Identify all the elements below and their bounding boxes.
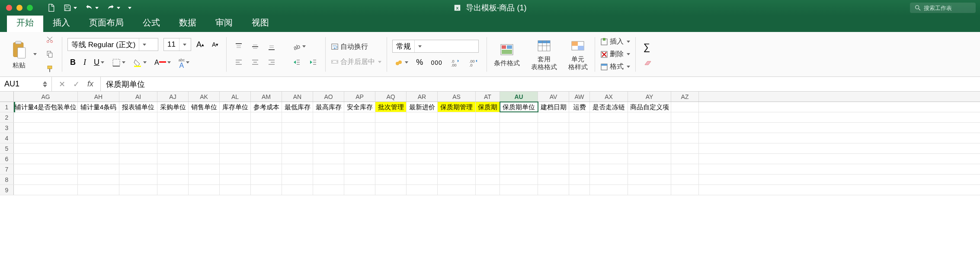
- cell-AX6[interactable]: [590, 154, 628, 164]
- qat-customize[interactable]: [128, 7, 131, 9]
- copy-button[interactable]: [43, 48, 57, 60]
- row-header-7[interactable]: 7: [0, 164, 14, 174]
- percent-button[interactable]: %: [413, 56, 426, 69]
- cell-AT8[interactable]: [476, 175, 500, 184]
- cell-AQ8[interactable]: [375, 175, 407, 184]
- cell-AZ3[interactable]: [671, 123, 699, 133]
- tab-公式[interactable]: 公式: [133, 13, 170, 32]
- cell-AI4[interactable]: [119, 133, 157, 143]
- cell-AZ4[interactable]: [671, 133, 699, 143]
- fx-icon[interactable]: fx: [87, 79, 93, 89]
- cell-AI1[interactable]: 报表辅单位: [119, 102, 157, 112]
- cell-AP9[interactable]: [344, 185, 375, 195]
- cell-AG2[interactable]: [14, 112, 78, 122]
- cell-AZ8[interactable]: [671, 175, 699, 184]
- cell-AK4[interactable]: [189, 133, 220, 143]
- col-header-AT[interactable]: AT: [476, 92, 500, 102]
- col-header-AO[interactable]: AO: [313, 92, 344, 102]
- cell-AK2[interactable]: [189, 112, 220, 122]
- cell-AM6[interactable]: [251, 154, 282, 164]
- cell-AM1[interactable]: 参考成本: [251, 102, 282, 112]
- col-header-AP[interactable]: AP: [344, 92, 375, 102]
- cell-AV9[interactable]: [538, 185, 569, 195]
- cell-AW8[interactable]: [569, 175, 590, 184]
- cell-AM8[interactable]: [251, 175, 282, 184]
- col-header-AS[interactable]: AS: [438, 92, 476, 102]
- qat-undo[interactable]: [85, 3, 99, 12]
- cell-AI9[interactable]: [119, 185, 157, 195]
- col-header-AG[interactable]: AG: [14, 92, 78, 102]
- cell-AH5[interactable]: [78, 143, 119, 153]
- cell-AT7[interactable]: [476, 164, 500, 174]
- font-color-button[interactable]: A: [152, 57, 173, 68]
- cell-AT5[interactable]: [476, 143, 500, 153]
- paste-dropdown-icon[interactable]: [33, 53, 37, 55]
- cell-AW4[interactable]: [569, 133, 590, 143]
- cell-AO7[interactable]: [313, 164, 344, 174]
- cell-AI3[interactable]: [119, 123, 157, 133]
- cell-AR7[interactable]: [407, 164, 438, 174]
- cell-AQ4[interactable]: [375, 133, 407, 143]
- row-header-4[interactable]: 4: [0, 133, 14, 143]
- cell-AH7[interactable]: [78, 164, 119, 174]
- col-header-AK[interactable]: AK: [189, 92, 220, 102]
- cell-AL5[interactable]: [220, 143, 251, 153]
- search-sheet[interactable]: [910, 3, 976, 13]
- cell-AM4[interactable]: [251, 133, 282, 143]
- cell-AO4[interactable]: [313, 133, 344, 143]
- cell-AQ6[interactable]: [375, 154, 407, 164]
- cell-AS5[interactable]: [438, 143, 476, 153]
- col-header-AY[interactable]: AY: [628, 92, 671, 102]
- cell-AH9[interactable]: [78, 185, 119, 195]
- cell-AS3[interactable]: [438, 123, 476, 133]
- row-header-1[interactable]: 1: [0, 102, 14, 112]
- row-header-9[interactable]: 9: [0, 185, 14, 195]
- cell-AY9[interactable]: [628, 185, 671, 195]
- cell-AG7[interactable]: [14, 164, 78, 174]
- cell-AN6[interactable]: [282, 154, 313, 164]
- cell-AG1[interactable]: 辅计量4是否包装单位: [14, 102, 78, 112]
- increase-decimal-button[interactable]: .0.00: [448, 57, 463, 69]
- cell-AG6[interactable]: [14, 154, 78, 164]
- col-header-AU[interactable]: AU: [500, 92, 538, 102]
- tab-页面布局[interactable]: 页面布局: [80, 13, 133, 32]
- col-header-AV[interactable]: AV: [538, 92, 569, 102]
- decrease-font-button[interactable]: A▾: [209, 39, 221, 50]
- align-center-button[interactable]: [248, 56, 262, 68]
- cell-AH6[interactable]: [78, 154, 119, 164]
- cell-AX4[interactable]: [590, 133, 628, 143]
- cell-AX8[interactable]: [590, 175, 628, 184]
- cell-AU3[interactable]: [500, 123, 538, 133]
- cell-AO6[interactable]: [313, 154, 344, 164]
- cell-AW1[interactable]: 运费: [569, 102, 590, 112]
- cell-AQ2[interactable]: [375, 112, 407, 122]
- align-top-button[interactable]: [232, 41, 246, 53]
- cell-AQ3[interactable]: [375, 123, 407, 133]
- italic-button[interactable]: I: [81, 56, 89, 69]
- cell-AU1[interactable]: 保质期单位: [500, 102, 538, 112]
- cell-AK7[interactable]: [189, 164, 220, 174]
- decrease-decimal-button[interactable]: .00.0: [466, 57, 481, 69]
- cell-AL9[interactable]: [220, 185, 251, 195]
- cell-AY6[interactable]: [628, 154, 671, 164]
- cell-AX5[interactable]: [590, 143, 628, 153]
- cell-AL8[interactable]: [220, 175, 251, 184]
- font-name-select[interactable]: 等线 Regular (正文): [67, 38, 158, 51]
- cell-AS7[interactable]: [438, 164, 476, 174]
- cell-AV3[interactable]: [538, 123, 569, 133]
- cell-AH2[interactable]: [78, 112, 119, 122]
- cell-AZ7[interactable]: [671, 164, 699, 174]
- merge-center-button[interactable]: 合并后居中: [331, 57, 381, 67]
- conditional-format-button[interactable]: 条件格式: [492, 41, 522, 67]
- cell-AR1[interactable]: 最新进价: [407, 102, 438, 112]
- cell-AX1[interactable]: 是否走冻链: [590, 102, 628, 112]
- tab-视图[interactable]: 视图: [242, 13, 279, 32]
- cell-AN1[interactable]: 最低库存: [282, 102, 313, 112]
- tab-审阅[interactable]: 审阅: [206, 13, 242, 32]
- cell-AY2[interactable]: [628, 112, 671, 122]
- cell-AR4[interactable]: [407, 133, 438, 143]
- cell-AG3[interactable]: [14, 123, 78, 133]
- cell-AU8[interactable]: [500, 175, 538, 184]
- increase-font-button[interactable]: A▴: [194, 38, 207, 51]
- cell-AO2[interactable]: [313, 112, 344, 122]
